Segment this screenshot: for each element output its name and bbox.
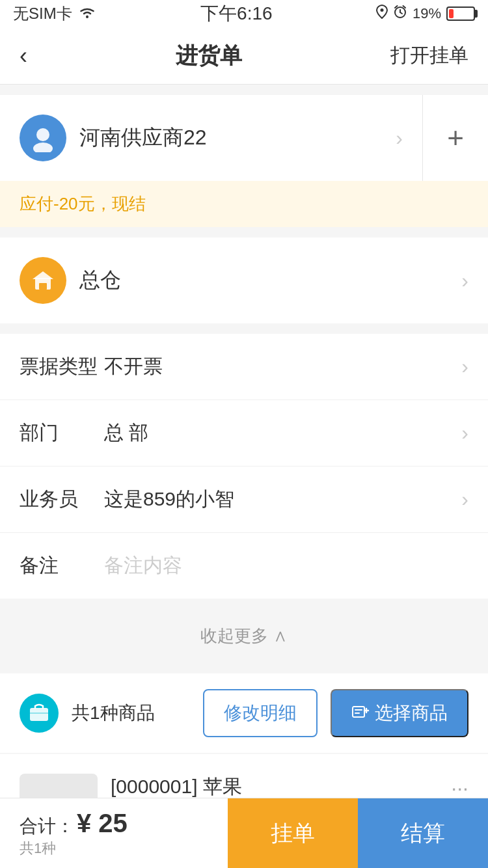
bottom-bar: 合计： ¥ 25 共1种 挂单 结算	[0, 798, 488, 868]
invoice-type-value: 不开票	[104, 353, 461, 380]
supplier-chevron-icon: ›	[396, 126, 403, 150]
wifi-icon	[77, 5, 97, 23]
warehouse-chevron-icon: ›	[461, 269, 468, 293]
nav-bar: ‹ 进货单 打开挂单	[0, 27, 488, 85]
total-area: 合计： ¥ 25 共1种	[0, 798, 228, 868]
salesperson-value: 这是859的小智	[104, 486, 461, 513]
supplier-avatar	[20, 115, 66, 161]
hang-button[interactable]: 挂单	[228, 798, 358, 868]
svg-point-1	[380, 8, 383, 12]
invoice-type-label: 票据类型	[20, 353, 104, 380]
battery-percent: 19%	[413, 5, 441, 22]
product-icon	[20, 694, 59, 733]
select-product-button[interactable]: 选择商品	[331, 689, 468, 737]
supplier-section: 河南供应商22 › +	[0, 95, 488, 181]
open-hang-button[interactable]: 打开挂单	[390, 42, 468, 69]
edit-detail-button[interactable]: 修改明细	[203, 689, 318, 737]
warehouse-name: 总仓	[79, 266, 461, 295]
product-code: [0000001]	[111, 776, 203, 797]
supplier-main-row[interactable]: 河南供应商22 ›	[0, 95, 423, 181]
invoice-type-row[interactable]: 票据类型 不开票 ›	[0, 334, 488, 400]
svg-rect-9	[39, 283, 47, 290]
product-more-button[interactable]: ···	[451, 774, 468, 800]
divider	[0, 85, 488, 95]
battery-icon	[446, 7, 475, 21]
svg-point-6	[33, 142, 53, 152]
department-chevron-icon: ›	[461, 421, 468, 445]
product-title: 苹果	[203, 776, 242, 797]
svg-rect-10	[30, 708, 48, 721]
page-title: 进货单	[176, 41, 242, 71]
supplier-alert: 应付-20元，现结	[0, 181, 488, 227]
content-area: 河南供应商22 › + 应付-20元，现结 总仓 › 票据类型 不开票 › 部门…	[0, 85, 488, 868]
warehouse-row[interactable]: 总仓 ›	[0, 237, 488, 323]
back-button[interactable]: ‹	[20, 42, 27, 70]
product-header: 共1种商品 修改明细 选择商品	[0, 673, 488, 753]
remark-label: 备注	[20, 552, 104, 579]
checkout-button[interactable]: 结算	[358, 798, 488, 868]
svg-marker-8	[33, 271, 53, 279]
status-left: 无SIM卡	[13, 3, 97, 24]
product-count-label: 共1种商品	[72, 701, 190, 726]
total-count: 共1种	[20, 839, 208, 858]
salesperson-row[interactable]: 业务员 这是859的小智 ›	[0, 467, 488, 533]
department-value: 总 部	[104, 420, 461, 446]
svg-point-0	[86, 16, 88, 18]
time-label: 下午6:16	[200, 1, 273, 26]
status-bar: 无SIM卡 下午6:16 19%	[0, 0, 488, 27]
remark-placeholder: 备注内容	[104, 552, 468, 579]
warehouse-icon	[20, 257, 66, 304]
invoice-type-chevron-icon: ›	[461, 355, 468, 379]
department-row[interactable]: 部门 总 部 ›	[0, 400, 488, 467]
total-amount: ¥ 25	[77, 809, 128, 838]
supplier-name: 河南供应商22	[79, 124, 396, 152]
carrier-label: 无SIM卡	[13, 3, 72, 24]
form-section: 票据类型 不开票 › 部门 总 部 › 业务员 这是859的小智 › 备注 备注…	[0, 334, 488, 599]
svg-point-5	[36, 128, 49, 141]
status-right: 19%	[376, 5, 475, 23]
remark-row[interactable]: 备注 备注内容	[0, 533, 488, 599]
alarm-icon	[393, 5, 407, 23]
department-label: 部门	[20, 420, 104, 446]
salesperson-label: 业务员	[20, 486, 104, 513]
total-label: 合计：	[20, 814, 74, 839]
add-supplier-button[interactable]: +	[423, 95, 488, 181]
svg-rect-12	[353, 707, 364, 717]
product-name: [0000001] 苹果	[111, 774, 438, 800]
collapse-button[interactable]: 收起更多 ∧	[0, 609, 488, 663]
svg-line-4	[400, 12, 402, 14]
salesperson-chevron-icon: ›	[461, 487, 468, 511]
location-icon	[376, 5, 388, 23]
select-product-label: 选择商品	[375, 701, 448, 726]
